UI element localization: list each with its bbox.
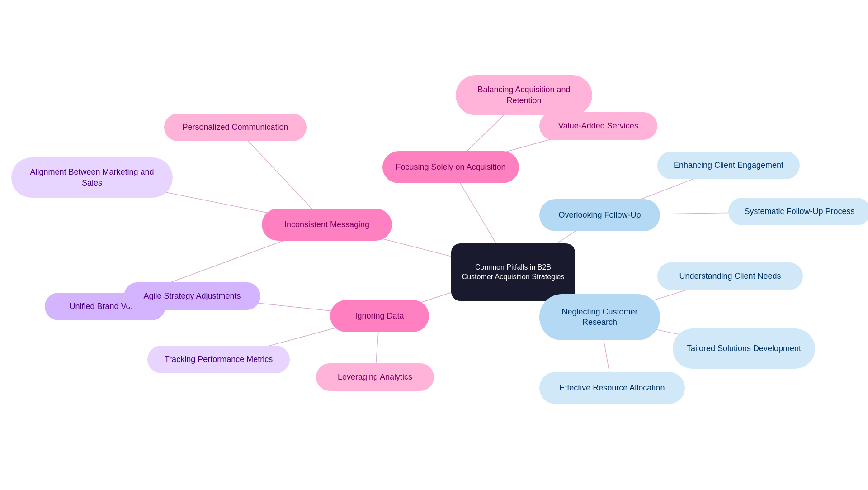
node-tailored: Tailored Solutions Development: [673, 328, 815, 369]
node-alignment: Alignment Between Marketing and Sales: [11, 157, 173, 198]
node-tracking: Tracking Performance Metrics: [147, 346, 290, 373]
node-value-added: Value-Added Services: [539, 112, 657, 140]
node-balancing: Balancing Acquisition and Retention: [456, 75, 592, 115]
node-systematic: Systematic Follow-Up Process: [728, 198, 868, 225]
mind-map: Common Pitfalls in B2B Customer Acquisit…: [0, 0, 868, 490]
node-understanding: Understanding Client Needs: [657, 262, 803, 290]
node-enhancing: Enhancing Client Engagement: [657, 152, 800, 179]
node-focusing-solely: Focusing Solely on Acquisition: [382, 151, 519, 183]
node-ignoring-data: Ignoring Data: [330, 300, 429, 332]
node-overlooking: Overlooking Follow-Up: [539, 199, 660, 231]
node-effective: Effective Resource Allocation: [539, 372, 685, 404]
node-neglecting: Neglecting Customer Research: [539, 294, 660, 340]
node-agile: Agile Strategy Adjustments: [124, 282, 260, 310]
node-leveraging: Leveraging Analytics: [316, 363, 434, 391]
connections-svg: [0, 0, 868, 490]
center-node: Common Pitfalls in B2B Customer Acquisit…: [451, 243, 575, 301]
node-inconsistent: Inconsistent Messaging: [262, 209, 392, 241]
node-personalized: Personalized Communication: [164, 114, 307, 141]
